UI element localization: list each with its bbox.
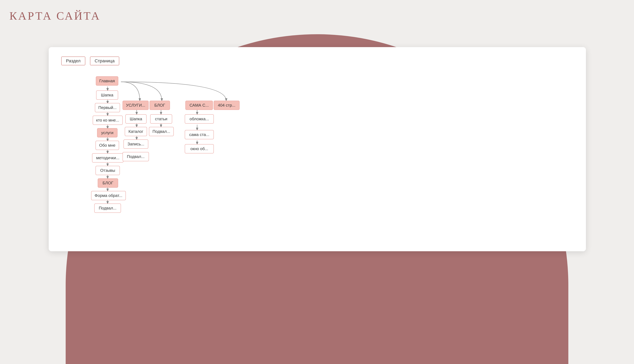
node-zapis[interactable]: Запись...: [124, 140, 148, 149]
node-blog-page[interactable]: БЛОГ: [150, 101, 170, 110]
node-stati[interactable]: статьи: [150, 114, 172, 124]
node-obo-mne[interactable]: Обо мне: [96, 141, 119, 150]
node-sama[interactable]: САМА С...: [185, 101, 213, 110]
node-kto[interactable]: кто ко мне...: [93, 116, 123, 125]
node-sama-sta[interactable]: сама ста...: [185, 130, 214, 139]
node-podval-blog[interactable]: Подвал...: [149, 127, 174, 136]
node-metodichki[interactable]: методички...: [92, 153, 124, 162]
node-error404[interactable]: 404 стр...: [214, 101, 240, 110]
node-glavnaya[interactable]: Главная: [96, 76, 118, 86]
node-shapka-uslugi[interactable]: Шапка: [125, 114, 147, 124]
legend: Раздел Страница: [61, 56, 573, 65]
node-podval-uslugi[interactable]: Подвал...: [123, 152, 149, 161]
node-blog-sec[interactable]: БЛОГ: [98, 178, 118, 188]
legend-razdel: Раздел: [61, 56, 85, 65]
node-uslugi-sec[interactable]: услуги: [97, 128, 118, 138]
diagram-area: Главная Шапка Первый... кто ко мне... ус…: [61, 73, 573, 246]
node-oblozhka[interactable]: обложка...: [185, 114, 214, 124]
legend-stranitsa: Страница: [90, 56, 119, 65]
page-title: КАРТА САЙТА: [10, 10, 101, 22]
node-uslugi-page[interactable]: УСЛУГИ...: [123, 101, 149, 110]
node-forma[interactable]: Форма обрат...: [91, 191, 126, 200]
diagram-card: Раздел Страница: [49, 47, 586, 251]
node-podval-main[interactable]: Подвал...: [94, 204, 121, 213]
node-okno[interactable]: окно об...: [185, 144, 214, 154]
node-perviy[interactable]: Первый...: [95, 103, 120, 112]
node-shapka[interactable]: Шапка: [96, 90, 118, 100]
node-katalog[interactable]: Каталог: [125, 127, 147, 136]
node-otzyvy[interactable]: Отзывы: [96, 166, 120, 175]
